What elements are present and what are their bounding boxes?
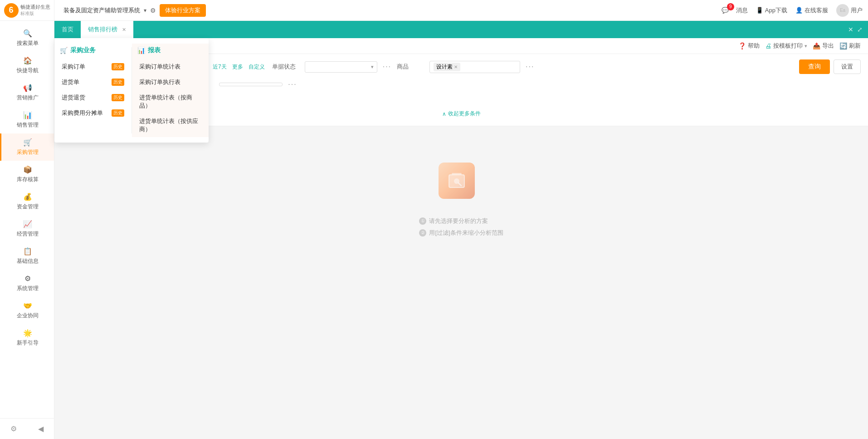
system-nav-label: 系统管理 <box>17 285 39 292</box>
sidebar-item-enterprise[interactable]: 🤝企业协同 <box>0 297 54 324</box>
header-right: 💬 9 消息 📱 App下载 👤 在线客服 Ea 用户 <box>722 4 863 17</box>
basic-nav-icon: 📋 <box>23 247 32 256</box>
expense-label: 采购费用分摊单 <box>62 109 103 117</box>
tab-home[interactable]: 首页 <box>54 21 81 38</box>
collapse-label: 收起更多条件 <box>448 110 481 118</box>
status-dots[interactable]: ··· <box>383 63 391 71</box>
query-btn[interactable]: 查询 <box>799 59 830 74</box>
sidebar-item-marketing[interactable]: 📢营销推广 <box>0 79 54 106</box>
sidebar-item-basic[interactable]: 📋基础信息 <box>0 242 54 270</box>
tab-close-icon[interactable]: ✕ <box>122 27 126 33</box>
empty-hints: ① 请先选择要分析的方案 ② 用[过滤]条件来缩小分析范围 <box>419 215 503 239</box>
report-title: 报表 <box>148 46 161 54</box>
tab-sales-rank[interactable]: 销售排行榜 ✕ <box>81 21 133 38</box>
dropdown-item-supplier-stat[interactable]: 进货单统计表（按供应商） <box>137 113 204 137</box>
user-btn[interactable]: Ea 用户 <box>836 4 863 17</box>
quick-more-btn[interactable]: 更多 <box>230 62 245 72</box>
sidebar-item-search[interactable]: 🔍搜索菜单 <box>0 25 54 52</box>
settings-icon[interactable]: ⚙ <box>10 424 17 433</box>
dropdown-menu: 🛒 采购业务 采购订单 历史 进货单 历史 进货退货 历史 采购费用分摊单 历史 <box>54 38 209 143</box>
refresh-btn[interactable]: 🔄 刷新 <box>839 42 861 50</box>
hint2-text: 用[过滤]条件来缩小分析范围 <box>429 227 503 239</box>
sidebar-item-operations[interactable]: 📈经营管理 <box>0 215 54 242</box>
settings-btn[interactable]: 设置 <box>834 59 861 74</box>
sidebar-logo: 6 畅捷通好生意 标准版 <box>0 0 54 21</box>
logo-name: 畅捷通好生意 <box>20 4 50 10</box>
service-btn[interactable]: 👤 在线客服 <box>795 6 828 15</box>
dropdown-item-receipt[interactable]: 进货单 历史 <box>60 74 126 90</box>
empty-icon-inner <box>439 163 475 199</box>
app-label: App下载 <box>765 6 787 15</box>
collapse-icon[interactable]: ◀ <box>38 424 44 433</box>
tab-home-label: 首页 <box>62 25 73 34</box>
po-history: 历史 <box>112 63 124 70</box>
dropdown-item-po-exec[interactable]: 采购订单执行表 <box>137 74 204 90</box>
sys-dropdown-btn[interactable]: ▾ <box>144 7 146 14</box>
goods-tag-text: 设计素 <box>436 63 453 71</box>
svg-rect-1 <box>452 173 462 175</box>
sidebar-item-guide[interactable]: 🌟新手引导 <box>0 324 54 351</box>
hint1-text: 请先选择要分析的方案 <box>429 215 488 227</box>
print-btn[interactable]: 🖨 按模板打印 ▾ <box>765 42 807 50</box>
status-label: 单据状态 <box>272 63 299 71</box>
user-avatar: Ea <box>836 4 849 17</box>
message-badge: 9 <box>727 3 734 10</box>
receipt-history: 历史 <box>112 79 124 86</box>
dropdown-item-expense[interactable]: 采购费用分摊单 历史 <box>60 105 126 121</box>
quick-custom-btn[interactable]: 自定义 <box>247 62 267 72</box>
help-btn[interactable]: ❓ 帮助 <box>738 42 760 50</box>
dropdown-item-po[interactable]: 采购订单 历史 <box>60 59 126 74</box>
print-dropdown-icon[interactable]: ▾ <box>805 43 807 49</box>
sidebar-item-finance[interactable]: 💰资金管理 <box>0 188 54 215</box>
supplier-stat-label: 进货单统计表（按供应商） <box>139 117 202 133</box>
inventory-nav-label: 库存核算 <box>17 176 39 183</box>
quick-dates: 近7天 更多 自定义 <box>211 62 267 72</box>
quick-7days-btn[interactable]: 近7天 <box>211 62 229 72</box>
sidebar: 6 畅捷通好生意 标准版 🔍搜索菜单🏠快捷导航📢营销推广📊销售管理🛒采购管理📦库… <box>0 0 54 439</box>
export-btn[interactable]: 📤 导出 <box>813 42 834 50</box>
sidebar-item-purchase[interactable]: 🛒采购管理 <box>0 133 54 161</box>
quicknav-nav-icon: 🏠 <box>23 56 32 65</box>
sidebar-item-sales[interactable]: 📊销售管理 <box>0 106 54 133</box>
top-header: 装备及固定资产辅助管理系统 ▾ ⚙ 体验行业方案 💬 9 消息 📱 App下载 … <box>54 0 868 21</box>
collapse-arrow: ∧ <box>442 111 446 117</box>
empty-hint-1: ① 请先选择要分析的方案 <box>419 215 503 227</box>
export-label: 导出 <box>822 42 834 50</box>
goods-tag-close[interactable]: ✕ <box>454 64 458 69</box>
purchase-icon: 🛒 <box>60 47 68 54</box>
sidebar-item-system[interactable]: ⚙系统管理 <box>0 270 54 297</box>
tab-close-btn[interactable]: ✕ <box>848 26 853 33</box>
po-exec-label: 采购订单执行表 <box>139 78 180 86</box>
app-download-btn[interactable]: 📱 App下载 <box>756 6 787 15</box>
sys-title: 装备及固定资产辅助管理系统 <box>63 6 140 15</box>
tab-bar: 首页 销售排行榜 ✕ ✕ ⤢ <box>54 21 868 38</box>
export-icon: 📤 <box>813 42 820 49</box>
dropdown-item-po-stat[interactable]: 采购订单统计表 <box>137 59 204 74</box>
marketing-nav-label: 营销推广 <box>17 94 39 102</box>
report-header: 📊 报表 <box>137 44 204 59</box>
gear-icon[interactable]: ⚙ <box>150 7 156 14</box>
sidebar-item-inventory[interactable]: 📦库存核算 <box>0 161 54 188</box>
tab-expand-btn[interactable]: ⤢ <box>857 26 863 33</box>
staff-input[interactable] <box>219 83 283 86</box>
sidebar-item-quicknav[interactable]: 🏠快捷导航 <box>0 52 54 79</box>
industry-btn[interactable]: 体验行业方案 <box>160 4 206 17</box>
sidebar-bottom: ⚙ ◀ <box>0 418 54 439</box>
print-icon: 🖨 <box>765 42 771 49</box>
return-label: 进货退货 <box>62 94 85 102</box>
service-icon: 👤 <box>795 7 803 14</box>
enterprise-nav-icon: 🤝 <box>23 301 32 310</box>
message-btn[interactable]: 💬 9 消息 <box>722 6 748 15</box>
staff-dots[interactable]: ··· <box>288 80 297 89</box>
marketing-nav-icon: 📢 <box>23 84 32 92</box>
empty-svg <box>445 169 468 192</box>
dropdown-sections: 🛒 采购业务 采购订单 历史 进货单 历史 进货退货 历史 采购费用分摊单 历史 <box>54 44 209 137</box>
goods-dots[interactable]: ··· <box>526 63 534 71</box>
dropdown-item-return[interactable]: 进货退货 历史 <box>60 90 126 105</box>
dropdown-item-goods-stat[interactable]: 进货单统计表（按商品） <box>137 90 204 113</box>
finance-nav-label: 资金管理 <box>17 203 39 211</box>
status-select[interactable] <box>305 61 377 73</box>
goods-input[interactable]: 设计素 ✕ <box>429 61 520 73</box>
purchase-nav-label: 采购管理 <box>17 148 39 156</box>
search-nav-label: 搜索菜单 <box>17 39 39 47</box>
